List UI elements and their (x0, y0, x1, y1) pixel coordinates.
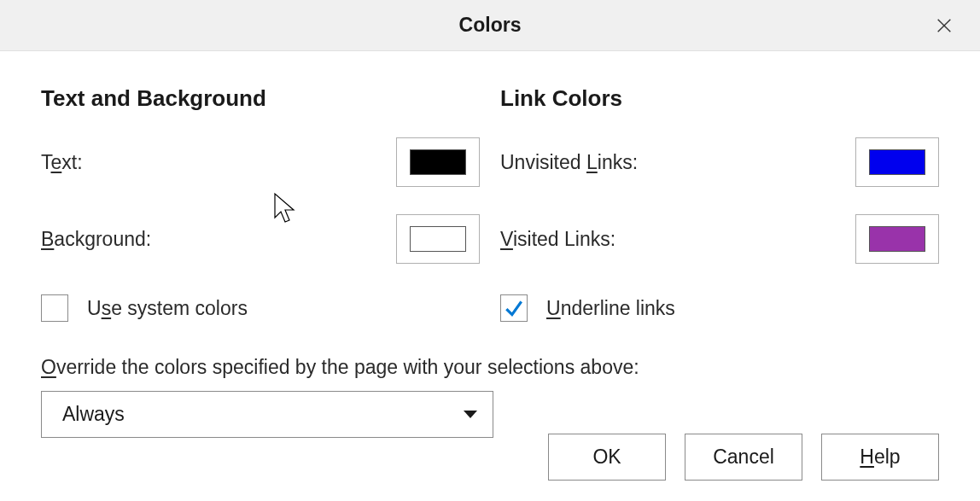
close-icon (935, 16, 954, 35)
underline-links-row: Underline links (500, 291, 939, 325)
check-icon (503, 297, 525, 319)
override-label: Override the colors specified by the pag… (41, 356, 939, 379)
dialog-title: Colors (459, 14, 522, 37)
text-background-section: Text and Background Text: Background: Us… (41, 85, 480, 349)
use-system-colors-label: Use system colors (87, 297, 248, 320)
unvisited-links-color-button[interactable] (855, 137, 939, 187)
override-section: Override the colors specified by the pag… (41, 356, 939, 438)
cancel-button[interactable]: Cancel (685, 434, 802, 481)
visited-links-label: Visited Links: (500, 228, 615, 251)
text-background-heading: Text and Background (41, 85, 480, 112)
background-color-row: Background: (41, 214, 480, 264)
dialog-content: Text and Background Text: Background: Us… (0, 51, 980, 438)
text-color-button[interactable] (396, 137, 480, 187)
chevron-down-icon (464, 411, 477, 418)
ok-button[interactable]: OK (548, 434, 666, 481)
text-color-row: Text: (41, 137, 480, 187)
titlebar: Colors (0, 0, 980, 51)
unvisited-links-row: Unvisited Links: (500, 137, 939, 187)
close-button[interactable] (929, 10, 960, 41)
underline-links-checkbox[interactable] (500, 294, 528, 322)
text-label: Text: (41, 151, 83, 174)
visited-links-row: Visited Links: (500, 214, 939, 264)
use-system-colors-checkbox[interactable] (41, 294, 68, 322)
visited-links-swatch (869, 226, 925, 252)
unvisited-links-label: Unvisited Links: (500, 151, 638, 174)
dialog-buttons: OK Cancel Help (548, 434, 939, 481)
unvisited-links-swatch (869, 149, 925, 175)
link-colors-heading: Link Colors (500, 85, 939, 112)
link-colors-section: Link Colors Unvisited Links: Visited Lin… (500, 85, 939, 349)
text-color-swatch (410, 149, 466, 175)
override-selected-value: Always (62, 403, 125, 426)
underline-links-label: Underline links (546, 297, 675, 320)
background-color-button[interactable] (396, 214, 480, 264)
override-select[interactable]: Always (41, 391, 493, 438)
background-color-swatch (410, 226, 466, 252)
help-button[interactable]: Help (821, 434, 939, 481)
use-system-colors-row: Use system colors (41, 291, 480, 325)
visited-links-color-button[interactable] (855, 214, 939, 264)
background-label: Background: (41, 228, 151, 251)
